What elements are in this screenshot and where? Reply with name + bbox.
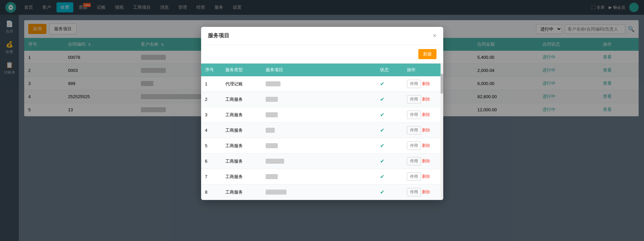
modal-cell-item: ████ — [262, 92, 376, 107]
stop-button[interactable]: 停用 — [407, 111, 421, 119]
modal-cell-action: 停用 删除 — [403, 107, 443, 123]
delete-button[interactable]: 删除 — [422, 189, 430, 195]
modal-cell-item: ████注册 — [262, 185, 376, 200]
stop-button[interactable]: 停用 — [407, 142, 421, 150]
modal-table-row: 8 工商服务 ████注册 ✔ 停用 删除 — [201, 185, 443, 200]
modal-cell-seq: 4 — [201, 123, 221, 138]
status-check-icon: ✔ — [380, 143, 384, 149]
modal-cell-type: 工商服务 — [221, 185, 262, 200]
status-check-icon: ✔ — [380, 158, 384, 164]
modal-table-row: 4 工商服务 ███ ✔ 停用 删除 — [201, 123, 443, 138]
scrollbar-thumb[interactable] — [441, 74, 443, 94]
modal-cell-status: ✔ — [376, 123, 403, 138]
modal-col-item: 服务项目 — [262, 64, 376, 76]
modal-table-row: 5 工商服务 ████ ✔ 停用 删除 — [201, 138, 443, 154]
modal-cell-seq: 2 — [201, 92, 221, 107]
modal-toolbar: 新建 — [201, 45, 443, 64]
modal-cell-seq: 5 — [201, 138, 221, 154]
modal-cell-item: ██████ — [262, 154, 376, 169]
modal-cell-type: 工商服务 — [221, 123, 262, 138]
modal-cell-seq: 1 — [201, 76, 221, 92]
delete-button[interactable]: 删除 — [422, 81, 430, 87]
modal-cell-item: ███ — [262, 123, 376, 138]
service-items-table: 序号 服务类型 服务项目 状态 操作 1 代理记账 ████1 ✔ 停用 删除 … — [201, 64, 443, 200]
modal-cell-status: ✔ — [376, 92, 403, 107]
stop-button[interactable]: 停用 — [407, 157, 421, 165]
modal-cell-type: 工商服务 — [221, 92, 262, 107]
modal-cell-status: ✔ — [376, 169, 403, 185]
modal-col-type: 服务类型 — [221, 64, 262, 76]
modal-cell-seq: 8 — [201, 185, 221, 200]
service-modal: 服务项目 × 新建 序号 服务类型 服务项目 状态 操作 1 代理记账 — [201, 27, 443, 200]
delete-button[interactable]: 删除 — [422, 127, 430, 133]
modal-cell-seq: 3 — [201, 107, 221, 123]
modal-cell-action: 停用 删除 — [403, 92, 443, 107]
delete-button[interactable]: 删除 — [422, 174, 430, 179]
modal-cell-status: ✔ — [376, 76, 403, 92]
stop-button[interactable]: 停用 — [407, 95, 421, 104]
modal-cell-type: 工商服务 — [221, 169, 262, 185]
modal-cell-action: 停用 删除 — [403, 123, 443, 138]
modal-cell-item: ████1 — [262, 76, 376, 92]
modal-cell-item: ████ — [262, 169, 376, 185]
modal-cell-type: 代理记账 — [221, 76, 262, 92]
modal-cell-action: 停用 删除 — [403, 185, 443, 200]
stop-button[interactable]: 停用 — [407, 80, 421, 88]
modal-cell-action: 停用 删除 — [403, 76, 443, 92]
stop-button[interactable]: 停用 — [407, 188, 421, 196]
modal-body: 序号 服务类型 服务项目 状态 操作 1 代理记账 ████1 ✔ 停用 删除 … — [201, 64, 443, 200]
modal-cell-action: 停用 删除 — [403, 169, 443, 185]
modal-cell-status: ✔ — [376, 154, 403, 169]
modal-table-row: 1 代理记账 ████1 ✔ 停用 删除 — [201, 76, 443, 92]
modal-table-row: 6 工商服务 ██████ ✔ 停用 删除 — [201, 154, 443, 169]
modal-table-row: 3 工商服务 ████ ✔ 停用 删除 — [201, 107, 443, 123]
status-check-icon: ✔ — [380, 112, 384, 118]
delete-button[interactable]: 删除 — [422, 96, 430, 102]
status-check-icon: ✔ — [380, 189, 384, 195]
modal-cell-status: ✔ — [376, 138, 403, 154]
modal-cell-type: 工商服务 — [221, 107, 262, 123]
modal-cell-seq: 6 — [201, 154, 221, 169]
modal-title: 服务项目 — [208, 32, 229, 39]
modal-cell-status: ✔ — [376, 185, 403, 200]
modal-cell-type: 工商服务 — [221, 154, 262, 169]
status-check-icon: ✔ — [380, 81, 384, 87]
modal-cell-action: 停用 删除 — [403, 154, 443, 169]
modal-cell-item: ████ — [262, 138, 376, 154]
delete-button[interactable]: 删除 — [422, 143, 430, 149]
modal-new-button[interactable]: 新建 — [418, 49, 437, 59]
modal-table-row: 2 工商服务 ████ ✔ 停用 删除 — [201, 92, 443, 107]
modal-col-action: 操作 — [403, 64, 443, 76]
stop-button[interactable]: 停用 — [407, 172, 421, 181]
modal-table-row: 7 工商服务 ████ ✔ 停用 删除 — [201, 169, 443, 185]
delete-button[interactable]: 删除 — [422, 158, 430, 164]
modal-cell-status: ✔ — [376, 107, 403, 123]
modal-overlay[interactable]: 服务项目 × 新建 序号 服务类型 服务项目 状态 操作 1 代理记账 — [0, 0, 644, 241]
modal-cell-seq: 7 — [201, 169, 221, 185]
status-check-icon: ✔ — [380, 174, 384, 179]
modal-cell-type: 工商服务 — [221, 138, 262, 154]
modal-cell-item: ████ — [262, 107, 376, 123]
status-check-icon: ✔ — [380, 127, 384, 133]
modal-close-button[interactable]: × — [433, 32, 437, 39]
modal-col-seq: 序号 — [201, 64, 221, 76]
delete-button[interactable]: 删除 — [422, 112, 430, 118]
status-check-icon: ✔ — [380, 96, 384, 102]
modal-header: 服务项目 × — [201, 27, 443, 45]
scrollbar-track — [441, 64, 443, 200]
stop-button[interactable]: 停用 — [407, 126, 421, 134]
modal-col-status: 状态 — [376, 64, 403, 76]
modal-cell-action: 停用 删除 — [403, 138, 443, 154]
